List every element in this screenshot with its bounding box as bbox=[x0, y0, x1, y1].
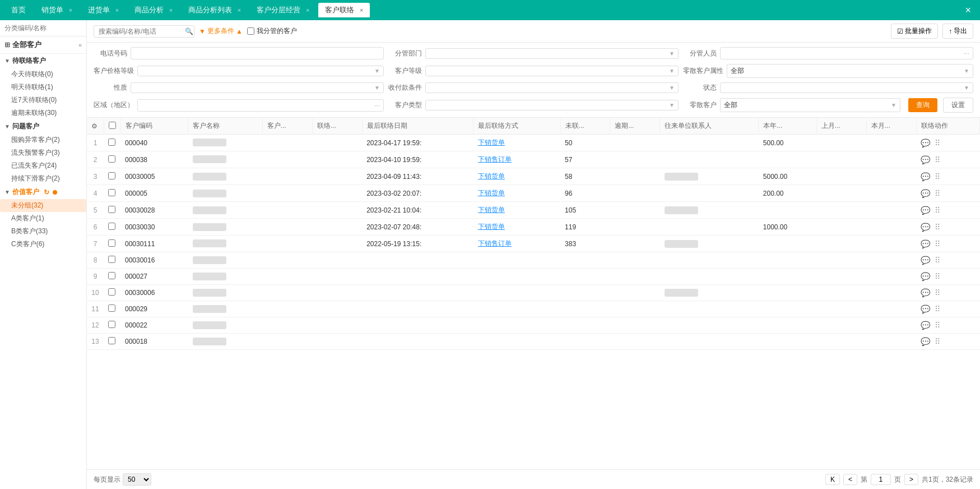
row-checkbox[interactable] bbox=[108, 321, 115, 328]
sidebar-item-ungroup[interactable]: 未分组(32) bbox=[0, 199, 86, 212]
last-contact-type-link[interactable]: 下销货单 bbox=[478, 206, 505, 214]
more-action-icon[interactable]: ⠿ bbox=[935, 305, 940, 313]
more-action-icon[interactable]: ⠿ bbox=[935, 239, 940, 248]
row-checkbox[interactable] bbox=[108, 206, 115, 213]
contact-action-icon[interactable]: 💬 bbox=[921, 189, 930, 198]
row-checkbox[interactable] bbox=[108, 305, 115, 312]
more-action-icon[interactable]: ⠿ bbox=[935, 223, 940, 232]
sidebar-item-overdue[interactable]: 逾期未联络(30) bbox=[0, 107, 86, 119]
more-action-icon[interactable]: ⠿ bbox=[935, 139, 940, 147]
sidebar-item-class-b[interactable]: B类客户(33) bbox=[0, 225, 86, 238]
main-search-icon[interactable]: 🔍 bbox=[185, 27, 193, 35]
first-page-btn[interactable]: K bbox=[825, 474, 840, 485]
sidebar-item-class-a[interactable]: A类客户(1) bbox=[0, 212, 86, 225]
th-checkbox[interactable] bbox=[104, 118, 120, 135]
close-product-analysis-icon[interactable]: × bbox=[169, 7, 173, 13]
reset-btn[interactable]: 设置 bbox=[943, 98, 973, 113]
more-action-icon[interactable]: ⠿ bbox=[935, 155, 940, 164]
sidebar-item-churn-warning[interactable]: 流失预警客户(3) bbox=[0, 146, 86, 159]
dept-select[interactable]: ▼ bbox=[425, 48, 679, 59]
page-number-input[interactable] bbox=[871, 474, 891, 485]
last-contact-type-link[interactable]: 下销售订单 bbox=[478, 239, 512, 247]
more-action-icon[interactable]: ⠿ bbox=[935, 189, 940, 198]
payment-select[interactable]: ▼ bbox=[425, 82, 679, 93]
contact-action-icon[interactable]: 💬 bbox=[921, 206, 930, 215]
batch-ops-btn[interactable]: ☑ 批量操作 bbox=[891, 24, 938, 39]
sidebar-item-tomorrow[interactable]: 明天待联络(1) bbox=[0, 81, 86, 94]
sidebar-item-today[interactable]: 今天待联络(0) bbox=[0, 68, 86, 81]
last-contact-type-link[interactable]: 下销货单 bbox=[478, 172, 505, 180]
last-contact-type-link[interactable]: 下销货单 bbox=[478, 189, 505, 197]
retail-attr-select[interactable]: 全部 ▼ bbox=[727, 64, 973, 78]
close-customer-contact-icon[interactable]: × bbox=[360, 7, 363, 13]
nature-select[interactable]: ▼ bbox=[131, 82, 384, 93]
nav-tab-sales[interactable]: 销货单 × bbox=[35, 3, 79, 17]
main-search-input[interactable] bbox=[99, 27, 183, 35]
collapse-icon[interactable]: « bbox=[78, 41, 82, 48]
row-checkbox[interactable] bbox=[108, 155, 115, 163]
more-action-icon[interactable]: ⠿ bbox=[935, 256, 940, 265]
window-close-icon[interactable]: × bbox=[960, 4, 976, 16]
contact-action-icon[interactable]: 💬 bbox=[921, 272, 930, 281]
nav-tab-customer-ops[interactable]: 客户分层经营 × bbox=[250, 3, 316, 17]
refresh-icon[interactable]: ↻ bbox=[44, 188, 49, 196]
row-checkbox[interactable] bbox=[108, 288, 115, 296]
sidebar-item-declining[interactable]: 持续下滑客户(2) bbox=[0, 172, 86, 185]
query-btn[interactable]: 查询 bbox=[908, 98, 937, 112]
sidebar-item-hoarding[interactable]: 囤购异常客户(2) bbox=[0, 133, 86, 146]
more-action-icon[interactable]: ⠿ bbox=[935, 272, 940, 281]
sidebar-search-input[interactable] bbox=[4, 24, 87, 32]
row-checkbox[interactable] bbox=[108, 223, 115, 230]
more-conditions-btn[interactable]: ▼ 更多条件 ▲ bbox=[199, 26, 243, 36]
sidebar-group-problem[interactable]: ▼ 问题客户 bbox=[0, 119, 86, 133]
customer-level-select[interactable]: ▼ bbox=[425, 66, 679, 76]
nav-tab-purchase[interactable]: 进货单 × bbox=[81, 3, 126, 17]
last-contact-type-link[interactable]: 下销售订单 bbox=[478, 155, 512, 163]
row-checkbox[interactable] bbox=[108, 189, 115, 196]
close-purchase-icon[interactable]: × bbox=[115, 7, 119, 13]
close-customer-ops-icon[interactable]: × bbox=[306, 7, 309, 13]
row-checkbox[interactable] bbox=[108, 256, 115, 263]
more-action-icon[interactable]: ⠿ bbox=[935, 206, 940, 215]
close-product-list-icon[interactable]: × bbox=[238, 7, 241, 13]
close-sales-icon[interactable]: × bbox=[69, 7, 72, 13]
prev-page-btn[interactable]: < bbox=[843, 474, 857, 485]
sidebar-item-churned[interactable]: 已流失客户(24) bbox=[0, 159, 86, 172]
next-page-btn[interactable]: > bbox=[904, 474, 918, 485]
contact-action-icon[interactable]: 💬 bbox=[921, 155, 930, 164]
retail-customer-select[interactable]: 全部 ▼ bbox=[720, 98, 900, 112]
more-action-icon[interactable]: ⠿ bbox=[935, 321, 940, 330]
my-customer-checkbox[interactable]: 我分管的客户 bbox=[247, 26, 297, 36]
nav-tab-product-analysis[interactable]: 商品分析 × bbox=[128, 3, 179, 17]
contact-action-icon[interactable]: 💬 bbox=[921, 321, 930, 330]
sidebar-all-customers[interactable]: ⊞ 全部客户 « bbox=[0, 36, 86, 54]
nav-home[interactable]: 首页 bbox=[4, 3, 32, 17]
contact-action-icon[interactable]: 💬 bbox=[921, 172, 930, 181]
sidebar-item-7days[interactable]: 近7天待联络(0) bbox=[0, 94, 86, 107]
status-select[interactable]: ▼ bbox=[720, 82, 973, 93]
nav-tab-customer-contact[interactable]: 客户联络 × bbox=[318, 3, 370, 17]
row-checkbox[interactable] bbox=[108, 139, 115, 146]
row-checkbox[interactable] bbox=[108, 337, 115, 344]
row-checkbox[interactable] bbox=[108, 172, 115, 179]
last-contact-type-link[interactable]: 下销货单 bbox=[478, 223, 505, 230]
nav-tab-product-list[interactable]: 商品分析列表 × bbox=[182, 3, 248, 17]
more-action-icon[interactable]: ⠿ bbox=[935, 337, 940, 346]
sidebar-group-pending[interactable]: ▼ 待联络客户 bbox=[0, 54, 86, 68]
my-customer-check[interactable] bbox=[247, 27, 254, 35]
sidebar-group-value[interactable]: ▼ 价值客户 ↻ bbox=[0, 185, 86, 199]
contact-action-icon[interactable]: 💬 bbox=[921, 139, 930, 147]
more-action-icon[interactable]: ⠿ bbox=[935, 288, 940, 297]
contact-action-icon[interactable]: 💬 bbox=[921, 256, 930, 265]
select-all-checkbox[interactable] bbox=[109, 122, 116, 129]
export-btn[interactable]: ↑ 导出 bbox=[942, 24, 973, 39]
contact-action-icon[interactable]: 💬 bbox=[921, 239, 930, 248]
row-checkbox[interactable] bbox=[108, 272, 115, 279]
phone-input[interactable] bbox=[131, 47, 384, 59]
region-input[interactable]: ··· bbox=[137, 99, 384, 112]
contact-action-icon[interactable]: 💬 bbox=[921, 337, 930, 346]
contact-action-icon[interactable]: 💬 bbox=[921, 305, 930, 313]
last-contact-type-link[interactable]: 下销货单 bbox=[478, 139, 505, 146]
contact-action-icon[interactable]: 💬 bbox=[921, 288, 930, 297]
more-action-icon[interactable]: ⠿ bbox=[935, 172, 940, 181]
